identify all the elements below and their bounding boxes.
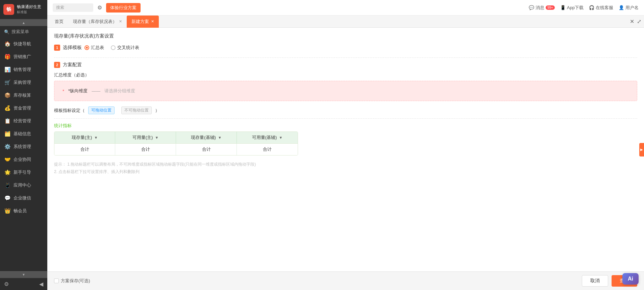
message-icon: 💬: [529, 5, 534, 10]
tips-section: 提示： 1.拖动标题栏可以调整布局，不可跨维度或指标区域拖动标题字段(只能在同一…: [54, 161, 637, 175]
radio-dot-summary: [84, 45, 89, 50]
sidebar-item-enterprise[interactable]: 🤝 企业协同: [0, 153, 47, 166]
dimension-box[interactable]: * *纵向维度 —— 请选择分组维度: [54, 81, 637, 101]
search-icon: 🔍: [4, 29, 9, 34]
radio-cross[interactable]: 交叉统计表: [111, 45, 139, 51]
tag-draggable: 可拖动位置: [88, 106, 115, 114]
tag-fixed: 不可拖动位置: [121, 106, 152, 114]
trial-btn[interactable]: 体验行业方案: [106, 3, 141, 13]
stats-title: 统计指标: [54, 123, 637, 129]
window-expand-btn[interactable]: ⤢: [637, 18, 641, 25]
chart-icon: 📊: [4, 67, 11, 73]
gear-icon: ⚙️: [4, 144, 11, 150]
sidebar-item-wechat[interactable]: 💬 企业微信: [0, 192, 47, 204]
message-btn[interactable]: 💬 消息 99+: [529, 5, 555, 11]
sidebar-nav: 🏠 快捷导航 🎁 营销推广 📊 销售管理 🛒 采购管理 📦 库存核算 💰 资金管…: [0, 38, 47, 271]
sidebar-logo: 畅 畅康通好生意 标准版: [0, 0, 47, 19]
stats-section: 统计指标 现存量(主) ▼ 可用量(主) ▼ 现存量(基辅): [54, 123, 637, 155]
sidebar-item-newbie[interactable]: 🌟 新手引导: [0, 166, 47, 179]
user-avatar[interactable]: 👤 用户名: [619, 5, 639, 11]
col-header-1[interactable]: 可用量(主) ▼: [115, 132, 176, 143]
col-0-dropdown[interactable]: ▼: [94, 136, 98, 140]
wechat-icon: 💬: [4, 195, 11, 201]
folder-icon: 🗂️: [4, 131, 11, 137]
tab-inventory-close[interactable]: ✕: [119, 19, 122, 24]
cancel-button[interactable]: 取消: [582, 275, 608, 287]
dimension-required-label: 汇总维度（必选）: [54, 72, 637, 78]
header-search[interactable]: 搜索: [53, 3, 93, 12]
col-2-dropdown[interactable]: ▼: [218, 136, 222, 140]
sidebar-item-inventory[interactable]: 📦 库存核算: [0, 89, 47, 102]
col-header-3[interactable]: 可用量(基辅) ▼: [237, 132, 298, 143]
settings-icon[interactable]: ⚙: [4, 281, 9, 287]
gift-icon: 🎁: [4, 54, 11, 60]
stats-data-row: 合计 合计 合计 合计: [54, 143, 298, 155]
home-icon: 🏠: [4, 41, 11, 47]
col-header-2[interactable]: 现存量(基辅) ▼: [176, 132, 237, 143]
sidebar-item-finance[interactable]: 💰 资金管理: [0, 102, 47, 115]
save-checkbox[interactable]: [54, 279, 59, 283]
sidebar-item-marketing[interactable]: 🎁 营销推广: [0, 50, 47, 63]
phone-icon: 📱: [4, 182, 11, 188]
support-icon: 🎧: [589, 5, 594, 10]
section-plan-config: 2 方案配置 汇总维度（必选） * *纵向维度 —— 请选择分组维度 模板指标设…: [54, 62, 637, 175]
expand-right-btn[interactable]: ▶: [639, 143, 644, 156]
sidebar-search[interactable]: 🔍 搜索菜单: [0, 26, 47, 38]
sidebar-item-appstore[interactable]: 📱 应用中心: [0, 179, 47, 192]
dimension-required-star: *: [63, 89, 64, 94]
sidebar-item-purchase[interactable]: 🛒 采购管理: [0, 76, 47, 89]
tab-home[interactable]: 首页: [50, 16, 68, 28]
content-footer: 方案保存(可选) 取消 查询: [47, 271, 644, 290]
window-close-btn[interactable]: ✕: [630, 18, 634, 25]
star-icon: 🌟: [4, 169, 11, 175]
box-icon: 📦: [4, 92, 11, 98]
avatar-icon: 👤: [619, 5, 624, 10]
stats-header-row: 现存量(主) ▼ 可用量(主) ▼ 现存量(基辅) ▼ 可用量(基辅): [54, 132, 298, 143]
cell-2: 合计: [176, 144, 237, 155]
stats-table: 现存量(主) ▼ 可用量(主) ▼ 现存量(基辅) ▼ 可用量(基辅): [54, 131, 298, 155]
sidebar-item-system[interactable]: ⚙️ 系统管理: [0, 140, 47, 153]
sidebar-item-sales[interactable]: 📊 销售管理: [0, 63, 47, 76]
online-support-btn[interactable]: 🎧 在线客服: [589, 5, 613, 11]
page-title: 现存量(库存状况表)方案设置: [54, 33, 637, 39]
sidebar-item-shortcut[interactable]: 🏠 快捷导航: [0, 38, 47, 50]
clipboard-icon: 📋: [4, 118, 11, 124]
tab-new-plan-close[interactable]: ✕: [151, 19, 154, 24]
top-header: 搜索 ⚙ 体验行业方案 💬 消息 99+ 📱 App下载 🎧 在线客服 👤 用户…: [47, 0, 644, 16]
ai-button[interactable]: Ai: [622, 273, 639, 285]
sidebar-item-member[interactable]: 👑 畅会员: [0, 204, 47, 217]
tip-2: 2. 点击标题栏下拉可设置排序、插入列和删除列: [54, 168, 637, 176]
app-logo-icon: 畅: [3, 4, 14, 15]
tip-1: 提示： 1.拖动标题栏可以调整布局，不可跨维度或指标区域拖动标题字段(只能在同一…: [54, 161, 637, 168]
col-1-dropdown[interactable]: ▼: [155, 136, 158, 140]
header-settings-icon[interactable]: ⚙: [97, 4, 102, 11]
cell-1: 合计: [115, 144, 176, 155]
sidebar-item-business[interactable]: 📋 经营管理: [0, 115, 47, 127]
header-left: 搜索 ⚙ 体验行业方案: [53, 3, 141, 13]
crown-icon: 👑: [4, 208, 11, 214]
collapse-icon[interactable]: ◀: [39, 281, 43, 287]
divider1: [54, 57, 637, 58]
tab-inventory-status[interactable]: 现存量（库存状况表） ✕: [68, 16, 127, 28]
radio-summary[interactable]: 汇总表: [84, 45, 104, 51]
content-area: 现存量(库存状况表)方案设置 1 选择模板 汇总表 交叉统计表: [47, 28, 644, 271]
sidebar-scroll-down[interactable]: ▼: [0, 271, 47, 278]
section2-header: 2 方案配置: [54, 62, 637, 68]
sidebar-scroll-up[interactable]: ▲: [0, 19, 47, 26]
cell-0: 合计: [54, 144, 115, 155]
sidebar-item-basic[interactable]: 🗂️ 基础信息: [0, 127, 47, 140]
section-choose-template: 1 选择模板 汇总表 交叉统计表: [54, 45, 637, 51]
sidebar-bottom: ⚙ ◀: [0, 278, 47, 290]
save-option[interactable]: 方案保存(可选): [54, 278, 90, 284]
template-radio-group: 汇总表 交叉统计表: [84, 45, 139, 51]
tab-new-plan[interactable]: 新建方案 ✕: [127, 16, 159, 28]
col-header-0[interactable]: 现存量(主) ▼: [54, 132, 115, 143]
indicator-suffix: ）: [155, 107, 159, 114]
money-icon: 💰: [4, 105, 11, 111]
col-3-dropdown[interactable]: ▼: [279, 136, 282, 140]
radio-dot-cross: [111, 45, 116, 50]
cart-icon: 🛒: [4, 79, 11, 86]
download-icon: 📱: [560, 5, 566, 10]
divider2: [54, 118, 637, 119]
app-download-btn[interactable]: 📱 App下载: [560, 5, 584, 11]
